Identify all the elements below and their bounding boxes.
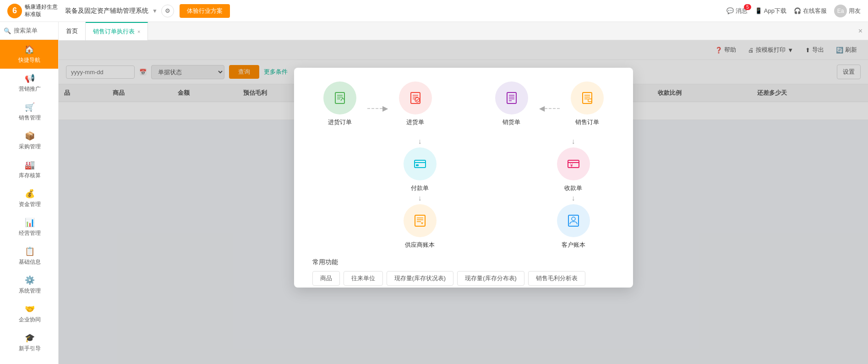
finance-icon: 💰 xyxy=(25,189,35,199)
cf-btn-partner[interactable]: 往来单位 xyxy=(344,271,383,286)
customer-account-icon xyxy=(557,204,590,237)
quick-nav-icon: 🏠 xyxy=(24,44,34,54)
sidebar: 🔍 搜索菜单 🏠 快捷导航 📢 营销推广 🛒 销售管理 📦 采购管理 🏭 xyxy=(0,22,59,364)
marketing-icon: 📢 xyxy=(25,73,35,83)
logo-text: 畅康通好生意 标准版 xyxy=(25,4,58,18)
sale-order-label: 销售订单 xyxy=(575,118,599,126)
inventory-icon: 🏭 xyxy=(25,160,35,170)
avatar: Ea xyxy=(834,5,847,17)
sale-bill-icon xyxy=(495,81,528,114)
title-dropdown-icon[interactable]: ▼ xyxy=(152,8,158,14)
message-icon: 💬 xyxy=(726,7,734,14)
receipt-icon: ¥ xyxy=(557,147,590,180)
flow-node-receipt: ¥ 收款单 xyxy=(546,147,601,192)
common-functions: 常用功能 商品 往来单位 现存量(库存状况表) 现存量(库存分布表) 销售毛利分… xyxy=(312,258,615,288)
svg-rect-19 xyxy=(415,160,426,168)
sale-bill-label: 销货单 xyxy=(502,118,520,126)
cf-btn-sale-profit[interactable]: 销售毛利分析表 xyxy=(528,271,585,286)
customer-account-label: 客户账本 xyxy=(562,241,585,249)
download-icon: 📱 xyxy=(755,7,762,14)
svg-rect-22 xyxy=(415,215,425,226)
svg-rect-21 xyxy=(416,164,419,166)
svg-rect-9 xyxy=(507,92,516,103)
search-icon: 🔍 xyxy=(4,27,11,34)
message-button[interactable]: 💬 消息 5 xyxy=(726,7,748,15)
svg-text:¥: ¥ xyxy=(570,163,573,168)
flow-node-customer-account: 客户账本 xyxy=(546,204,601,249)
sidebar-item-enterprise[interactable]: 🤝 企业协同 xyxy=(0,299,58,328)
sidebar-item-system[interactable]: ⚙️ 系统管理 xyxy=(0,271,58,299)
base-info-icon: 📋 xyxy=(25,246,35,256)
svg-rect-26 xyxy=(568,160,579,168)
sidebar-item-sales[interactable]: 🛒 销售管理 xyxy=(0,98,58,126)
svg-rect-18 xyxy=(588,99,592,102)
sidebar-item-purchase[interactable]: 📦 采购管理 xyxy=(0,126,58,155)
purchase-bill-icon xyxy=(399,81,432,114)
newbie-icon: 🎓 xyxy=(25,333,35,343)
sidebar-item-newbie[interactable]: 🎓 新手引导 xyxy=(0,328,58,357)
cf-btn-stock-status[interactable]: 现存量(库存状况表) xyxy=(387,271,454,286)
cf-btn-stock-dist[interactable]: 现存量(库存分布表) xyxy=(457,271,524,286)
arrow-down-customer: ↓ xyxy=(572,194,575,202)
cf-buttons-row1: 商品 往来单位 现存量(库存状况表) 现存量(库存分布表) 销售毛利分析表 商品… xyxy=(312,271,615,288)
sidebar-item-marketing[interactable]: 📢 营销推广 xyxy=(0,69,58,98)
settings-icon[interactable]: ⚙ xyxy=(161,5,174,17)
tab-sales-order[interactable]: 销售订单执行表 × xyxy=(86,22,148,40)
sidebar-item-base-info[interactable]: 📋 基础信息 xyxy=(0,242,58,271)
flow-node-supplier-account: 供应商账本 xyxy=(393,204,448,249)
flow-node-purchase-order: 进货订单 xyxy=(312,81,367,126)
tab-close-icon[interactable]: × xyxy=(137,29,140,34)
flow-node-sale-bill: 销货单 xyxy=(484,81,539,126)
flow-node-payment: 付款单 xyxy=(393,147,448,192)
purchase-order-icon xyxy=(323,81,356,114)
flow-node-sale-order: 销售订单 xyxy=(560,81,615,126)
logo-area: 6 畅康通好生意 标准版 xyxy=(7,4,58,18)
top-right-area: 💬 消息 5 📱 App下载 🎧 在线客服 Ea 用友 xyxy=(726,5,861,17)
cf-btn-product[interactable]: 商品 xyxy=(312,271,340,286)
modal-dialog: 进货订单 ▶ xyxy=(294,68,633,288)
operations-icon: 📊 xyxy=(25,217,35,228)
flow-diagram: 进货订单 ▶ xyxy=(312,81,615,249)
svg-point-30 xyxy=(572,217,575,221)
purchase-icon: 📦 xyxy=(25,131,35,141)
tab-home[interactable]: 首页 xyxy=(59,22,86,40)
common-functions-title: 常用功能 xyxy=(312,258,615,266)
sidebar-item-inventory[interactable]: 🏭 库存核算 xyxy=(0,155,58,184)
trial-button[interactable]: 体验行业方案 xyxy=(180,4,230,18)
sidebar-item-operations[interactable]: 📊 经营管理 xyxy=(0,213,58,242)
modal-overlay[interactable]: 进货订单 ▶ xyxy=(59,40,868,364)
app-download-button[interactable]: 📱 App下载 xyxy=(755,7,786,15)
search-menu[interactable]: 🔍 搜索菜单 xyxy=(0,22,58,40)
sale-order-icon xyxy=(571,81,604,114)
system-icon: ⚙️ xyxy=(25,275,35,285)
purchase-bill-label: 进货单 xyxy=(406,118,424,126)
supplier-account-icon xyxy=(404,204,437,237)
flow-node-purchase-bill: 进货单 xyxy=(388,81,443,126)
user-menu[interactable]: Ea 用友 xyxy=(834,5,861,17)
service-icon: 🎧 xyxy=(794,7,801,14)
logo-icon: 6 xyxy=(7,4,22,18)
enterprise-icon: 🤝 xyxy=(25,304,35,314)
payment-icon xyxy=(404,147,437,180)
sidebar-item-quick-nav[interactable]: 🏠 快捷导航 xyxy=(0,40,58,69)
message-badge: 5 xyxy=(744,4,751,10)
sidebar-item-finance[interactable]: 💰 资金管理 xyxy=(0,184,58,213)
payment-label: 付款单 xyxy=(411,184,429,192)
receipt-label: 收款单 xyxy=(564,184,582,192)
page-content: ❓ 帮助 🖨 按模板打印 ▼ ⬆ 导出 🔄 xyxy=(59,40,868,364)
online-service-button[interactable]: 🎧 在线客服 xyxy=(794,7,827,15)
arrow-down-payment: ↓ xyxy=(418,137,422,146)
arrow-down-supplier: ↓ xyxy=(418,194,422,202)
purchase-order-label: 进货订单 xyxy=(328,118,352,126)
system-title: 装备及固定资产辅助管理系统 xyxy=(65,7,148,15)
supplier-account-label: 供应商账本 xyxy=(405,241,435,249)
close-all-tabs[interactable]: × xyxy=(853,27,868,35)
sales-icon: 🛒 xyxy=(25,102,35,112)
tab-bar: 首页 销售订单执行表 × × xyxy=(59,22,868,40)
arrow-down-receipt: ↓ xyxy=(572,137,575,146)
